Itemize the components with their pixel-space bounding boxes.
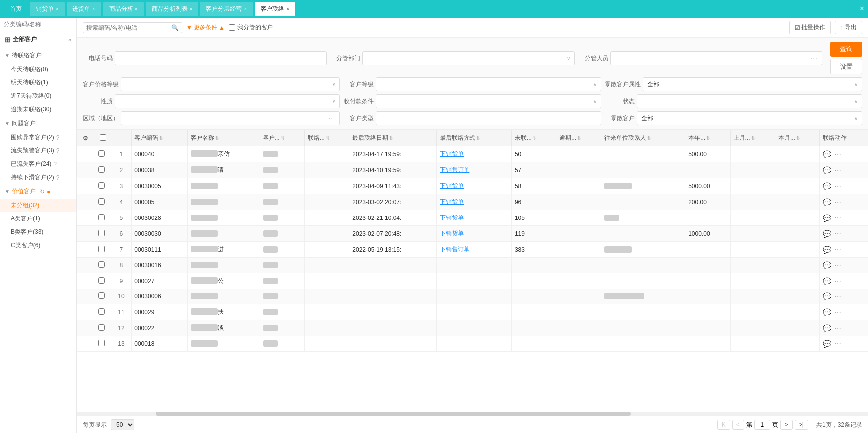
td-checkbox[interactable] [95, 242, 111, 258]
page-number-input[interactable] [754, 420, 770, 430]
sidebar-item-hoarding[interactable]: 囤购异常客户(2) ? [0, 131, 76, 144]
prev-page-btn[interactable]: < [732, 420, 744, 430]
contact-action-icon[interactable]: 💬 [823, 182, 831, 190]
my-customers-filter[interactable]: 我分管的客户 [229, 23, 273, 32]
more-action-icon[interactable]: ⋯ [834, 246, 841, 254]
td-last-method[interactable] [437, 273, 512, 289]
contact-action-icon[interactable]: 💬 [823, 308, 831, 316]
sidebar-item-tomorrow-pending[interactable]: 明天待联络(1) [0, 76, 76, 89]
horizontal-scrollbar[interactable] [77, 412, 868, 416]
manager-input[interactable]: ··· [610, 51, 822, 65]
more-conditions-btn[interactable]: ▼ 更多条件 ▲ [186, 23, 225, 32]
td-checkbox[interactable] [95, 210, 111, 226]
row-checkbox[interactable] [98, 261, 105, 268]
td-checkbox[interactable] [95, 304, 111, 320]
row-checkbox[interactable] [98, 292, 105, 299]
tab-customer-layer-close[interactable]: × [244, 6, 247, 12]
row-checkbox[interactable] [98, 340, 105, 346]
tab-customer-contact-close[interactable]: × [286, 6, 289, 12]
tab-home[interactable]: 首页 [4, 2, 28, 16]
row-checkbox[interactable] [98, 150, 105, 157]
more-action-icon[interactable]: ⋯ [834, 166, 841, 174]
more-action-icon[interactable]: ⋯ [834, 230, 841, 238]
status-select[interactable]: ∨ [637, 94, 862, 108]
td-checkbox[interactable] [95, 226, 111, 242]
td-checkbox[interactable] [95, 273, 111, 289]
first-page-btn[interactable]: K [717, 420, 730, 430]
contact-action-icon[interactable]: 💬 [823, 230, 831, 238]
td-last-method[interactable] [437, 336, 512, 352]
dept-select[interactable]: ∨ [362, 51, 574, 65]
th-code[interactable]: 客户编码⇅ [132, 130, 188, 146]
row-checkbox[interactable] [98, 198, 105, 205]
th-settings[interactable]: ⚙ [77, 130, 95, 146]
query-btn[interactable]: 查询 [830, 42, 862, 57]
contact-action-icon[interactable]: 💬 [823, 324, 831, 332]
contact-action-icon[interactable]: 💬 [823, 246, 831, 254]
tab-product-analysis[interactable]: 商品分析 × [103, 2, 144, 16]
my-customers-checkbox[interactable] [229, 24, 235, 31]
more-action-icon[interactable]: ⋯ [834, 324, 841, 332]
th-last-date[interactable]: 最后联络日期⇅ [349, 130, 437, 146]
td-last-method[interactable] [437, 320, 512, 336]
sidebar-item-class-a[interactable]: A类客户(1) [0, 212, 76, 225]
tab-product-analysis-list-close[interactable]: × [190, 6, 193, 12]
contact-action-icon[interactable]: 💬 [823, 277, 831, 285]
nav-close-button[interactable]: × [860, 4, 864, 13]
more-action-icon[interactable]: ⋯ [834, 198, 841, 206]
td-last-method[interactable]: 下销售订单 [437, 242, 512, 258]
th-category[interactable]: 客户...⇅ [260, 130, 304, 146]
sidebar-item-overdue-pending[interactable]: 逾期未联络(30) [0, 103, 76, 116]
tab-customer-layer[interactable]: 客户分层经营 × [200, 2, 253, 16]
sidebar-item-class-b[interactable]: B类客户(33) [0, 225, 76, 239]
th-related-contacts[interactable]: 往来单位联系人⇅ [601, 130, 685, 146]
next-page-btn[interactable]: > [780, 420, 793, 430]
td-last-method[interactable] [437, 258, 512, 273]
tab-customer-contact[interactable]: 客户联络 × [255, 2, 295, 16]
nature-select[interactable]: ∨ [115, 94, 340, 108]
contact-action-icon[interactable]: 💬 [823, 340, 831, 348]
sidebar-group-problem-header[interactable]: ▼ 问题客户 [0, 116, 76, 131]
more-action-icon[interactable]: ⋯ [834, 308, 841, 316]
reset-btn[interactable]: 设置 [830, 59, 862, 74]
sidebar-group-value-header[interactable]: ▼ 价值客户 ↻ ● [0, 184, 76, 199]
sidebar-item-class-c[interactable]: C类客户(6) [0, 239, 76, 252]
export-btn[interactable]: ↑ 导出 [835, 21, 862, 34]
contact-action-icon[interactable]: 💬 [823, 214, 831, 222]
row-checkbox[interactable] [98, 246, 105, 252]
th-last-method[interactable]: 最后联络方式⇅ [437, 130, 512, 146]
td-last-method[interactable]: 下销售订单 [437, 162, 512, 178]
th-this-month[interactable]: 本月...⇅ [775, 130, 819, 146]
td-checkbox[interactable] [95, 162, 111, 178]
td-last-method[interactable]: 下销货单 [437, 226, 512, 242]
th-checkbox[interactable] [95, 130, 111, 146]
sidebar-item-week-pending[interactable]: 近7天待联络(0) [0, 89, 76, 103]
td-last-method[interactable]: 下销货单 [437, 178, 512, 194]
td-checkbox[interactable] [95, 336, 111, 352]
price-level-select[interactable]: ∨ [121, 77, 340, 91]
more-action-icon[interactable]: ⋯ [834, 340, 841, 348]
td-last-method[interactable]: 下销货单 [437, 146, 512, 162]
sidebar-all-customers[interactable]: ⊞ 全部客户 « [0, 31, 76, 48]
tab-product-analysis-close[interactable]: × [135, 6, 138, 12]
payment-select[interactable]: ∨ [376, 94, 601, 108]
td-last-method[interactable] [437, 289, 512, 304]
phone-input[interactable] [115, 51, 327, 65]
region-input[interactable]: ··· [121, 111, 340, 125]
th-last-month[interactable]: 上月...⇅ [730, 130, 775, 146]
sidebar-item-churn-warning[interactable]: 流失预警客户(3) ? [0, 144, 76, 157]
td-checkbox[interactable] [95, 320, 111, 336]
contact-action-icon[interactable]: 💬 [823, 150, 831, 158]
more-action-icon[interactable]: ⋯ [834, 182, 841, 190]
th-this-year[interactable]: 本年...⇅ [685, 130, 730, 146]
tab-sales-close[interactable]: × [56, 6, 59, 12]
row-checkbox[interactable] [98, 277, 105, 284]
sidebar-item-today-pending[interactable]: 今天待联络(0) [0, 63, 76, 76]
scatter-attr-select[interactable]: 全部∨ [643, 77, 862, 91]
th-contact[interactable]: 联络...⇅ [304, 130, 349, 146]
filter-search-icon[interactable]: 🔍 [171, 24, 179, 31]
row-checkbox[interactable] [98, 166, 105, 173]
td-checkbox[interactable] [95, 289, 111, 304]
td-checkbox[interactable] [95, 194, 111, 210]
more-action-icon[interactable]: ⋯ [834, 150, 841, 158]
